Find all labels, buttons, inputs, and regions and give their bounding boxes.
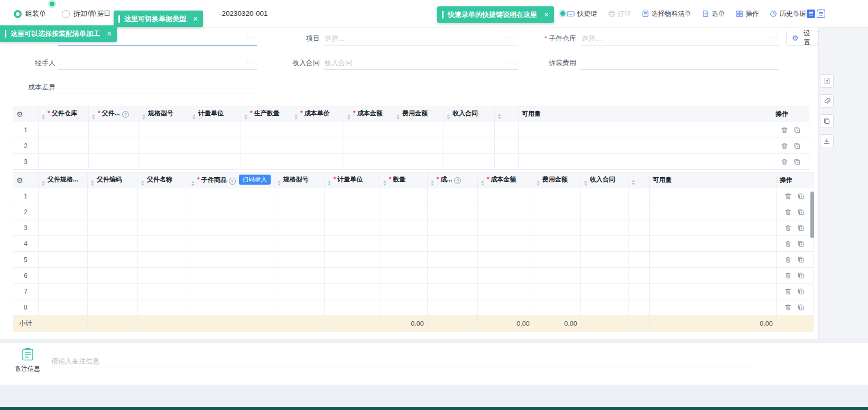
- settings-button[interactable]: ⚙ 设置: [786, 31, 818, 45]
- grid-cell[interactable]: [188, 252, 274, 268]
- sort-icon[interactable]: [42, 114, 45, 120]
- tooltip-close-icon[interactable]: ×: [107, 29, 112, 39]
- grid-cell[interactable]: [380, 236, 427, 252]
- grid-cell[interactable]: [324, 252, 380, 268]
- grid-cell[interactable]: [533, 188, 580, 204]
- grid-cell[interactable]: [380, 299, 427, 315]
- grid-cell[interactable]: [89, 154, 139, 170]
- delete-row-icon[interactable]: [781, 142, 788, 150]
- delete-row-icon[interactable]: [784, 224, 792, 232]
- table-scrollbar-thumb[interactable]: [810, 192, 814, 238]
- grid-cell[interactable]: [274, 188, 324, 204]
- grid-cell[interactable]: [477, 252, 533, 268]
- grid-cell[interactable]: [580, 268, 628, 284]
- grid-cell[interactable]: [380, 284, 427, 299]
- sort-icon[interactable]: [396, 114, 400, 120]
- grid-cell[interactable]: [628, 268, 649, 284]
- pick-order-button[interactable]: 选单: [702, 10, 725, 19]
- sort-icon[interactable]: [447, 114, 450, 120]
- child-warehouse-input[interactable]: [580, 32, 779, 45]
- grid-cell[interactable]: [138, 188, 188, 204]
- grid-cell[interactable]: [444, 154, 495, 170]
- grid-cell[interactable]: [477, 299, 533, 315]
- grid-cell[interactable]: [393, 154, 444, 170]
- grid-cell[interactable]: [241, 138, 291, 154]
- grid-cell[interactable]: [88, 188, 138, 204]
- grid-cell[interactable]: [324, 188, 380, 204]
- grid-cell[interactable]: [393, 122, 444, 138]
- grid-cell[interactable]: [427, 284, 477, 299]
- grid-cell[interactable]: [519, 138, 772, 154]
- grid-cell[interactable]: [324, 268, 380, 284]
- grid-cell[interactable]: [39, 268, 88, 284]
- grid-cell[interactable]: [380, 220, 427, 236]
- grid-cell[interactable]: [495, 122, 519, 138]
- grid-cell[interactable]: [188, 284, 274, 299]
- help-icon[interactable]: ?: [122, 111, 129, 118]
- copy-row-icon[interactable]: [793, 158, 801, 166]
- tooltip-close-icon[interactable]: ×: [193, 14, 198, 24]
- grid-cell[interactable]: [649, 204, 776, 220]
- copy-row-icon[interactable]: [797, 208, 805, 216]
- sort-icon[interactable]: [328, 180, 331, 186]
- grid-cell[interactable]: [649, 284, 776, 299]
- grid-cell[interactable]: [39, 252, 88, 268]
- delete-row-icon[interactable]: [784, 193, 792, 200]
- grid-cell[interactable]: [533, 204, 580, 220]
- grid-cell[interactable]: [39, 299, 88, 315]
- bom-more-options-trigger[interactable]: ···: [247, 33, 256, 41]
- grid-cell[interactable]: [649, 236, 776, 252]
- grid-cell[interactable]: [189, 122, 241, 138]
- project-input[interactable]: [324, 32, 518, 45]
- nav-next-icon[interactable]: ›: [796, 1, 799, 27]
- sort-icon[interactable]: [142, 114, 145, 120]
- grid-cell[interactable]: [139, 154, 189, 170]
- grid-cell[interactable]: [477, 204, 533, 220]
- sort-icon[interactable]: [191, 181, 195, 186]
- grid-cell[interactable]: [444, 122, 495, 138]
- grid-cell[interactable]: [649, 299, 776, 315]
- copy-row-icon[interactable]: [797, 240, 805, 248]
- grid-cell[interactable]: [649, 188, 776, 204]
- grid-cell[interactable]: [580, 188, 628, 204]
- grid-cell[interactable]: [138, 236, 188, 252]
- grid-cell[interactable]: [580, 284, 628, 299]
- sort-icon[interactable]: [92, 114, 95, 120]
- grid-cell[interactable]: [495, 154, 519, 170]
- grid-cell[interactable]: [39, 188, 88, 204]
- view-grid-toggle-button[interactable]: [817, 10, 825, 18]
- copy-row-icon[interactable]: [797, 272, 805, 279]
- help-icon[interactable]: ?: [454, 177, 461, 184]
- grid-cell[interactable]: [477, 188, 533, 204]
- grid-cell[interactable]: [138, 204, 188, 220]
- grid-cell[interactable]: [380, 268, 427, 284]
- grid-cell[interactable]: [324, 204, 380, 220]
- grid-cell[interactable]: [89, 122, 139, 138]
- select-bom-list-button[interactable]: 选择物料清单: [642, 10, 691, 19]
- grid-cell[interactable]: [291, 122, 344, 138]
- assembly-fee-input[interactable]: [580, 56, 779, 70]
- grid-cell[interactable]: [39, 236, 88, 252]
- grid-cell[interactable]: [628, 220, 649, 236]
- sort-icon[interactable]: [383, 180, 386, 186]
- grid-cell[interactable]: [291, 154, 344, 170]
- grid-cell[interactable]: [628, 204, 649, 220]
- copy-row-icon[interactable]: [797, 224, 805, 232]
- side-tool-copy-button[interactable]: [820, 114, 834, 128]
- tooltip-close-icon[interactable]: ×: [544, 10, 549, 20]
- grid-cell[interactable]: [533, 268, 580, 284]
- grid-cell[interactable]: [477, 268, 533, 284]
- grid-cell[interactable]: [39, 154, 89, 170]
- grid-cell[interactable]: [39, 122, 89, 138]
- grid-cell[interactable]: [189, 138, 241, 154]
- grid-cell[interactable]: [533, 284, 580, 299]
- handler-more-options-trigger[interactable]: ···: [247, 58, 256, 66]
- grid-cell[interactable]: [628, 252, 649, 268]
- delete-row-icon[interactable]: [784, 240, 792, 248]
- grid-cell[interactable]: [189, 154, 241, 170]
- grid-cell[interactable]: [274, 220, 324, 236]
- grid-cell[interactable]: [274, 284, 324, 299]
- grid-cell[interactable]: [344, 122, 393, 138]
- grid-cell[interactable]: [380, 204, 427, 220]
- print-button[interactable]: 打印: [608, 10, 631, 19]
